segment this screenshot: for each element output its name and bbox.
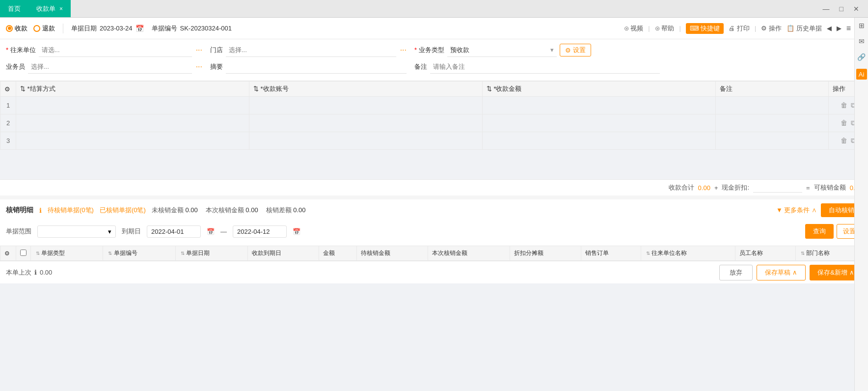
tab-receipt[interactable]: 收款单 × <box>28 0 71 17</box>
account-sort[interactable]: ⇅ <box>253 85 259 92</box>
verif-info-icon[interactable]: ℹ <box>39 207 42 214</box>
shop-input[interactable] <box>226 43 396 57</box>
row-1-amount[interactable] <box>482 97 715 114</box>
draft-button[interactable]: 保存草稿 ∧ <box>757 265 806 280</box>
row-3-settle[interactable] <box>16 132 249 150</box>
summary-field: 摘要 <box>210 60 407 74</box>
calendar-icon[interactable]: 📅 <box>136 25 144 32</box>
biz-type-field: * 业务类型 预收款 ▾ ⚙ 设置 <box>414 43 591 57</box>
row-3-delete-icon[interactable]: 🗑 <box>841 137 847 144</box>
row-3-amount[interactable] <box>482 132 715 150</box>
total-value: 0.00 <box>698 184 710 192</box>
operation-action[interactable]: ⚙ 操作 <box>761 24 782 33</box>
counterpart-sort-icon[interactable]: ⇅ <box>646 251 650 256</box>
counterpart-label: * 往来单位 <box>6 46 36 55</box>
list-view-icon[interactable]: ≡ <box>846 24 851 33</box>
tab-close-icon[interactable]: × <box>59 5 63 12</box>
table-row: 3 🗑 ⧉ <box>0 132 868 150</box>
remark-input[interactable] <box>430 60 660 74</box>
maximize-button[interactable]: □ <box>837 4 846 14</box>
help-action[interactable]: ⊙ 帮助 <box>655 24 675 33</box>
toolbar-divider-1 <box>63 24 63 33</box>
next-nav[interactable]: ▶ <box>837 25 841 32</box>
row-3-remark[interactable] <box>715 132 828 150</box>
form-section: * 往来单位 ··· 门店 ··· * 业务类型 <box>0 39 868 81</box>
date-to-input[interactable] <box>233 225 287 238</box>
row-2-delete-icon[interactable]: 🗑 <box>841 119 847 127</box>
date-label: 单据日期 <box>71 24 97 33</box>
more-conditions-btn[interactable]: ▼ 更多条件 ∧ <box>776 206 817 215</box>
col-account: ⇅ *收款账号 <box>249 82 482 97</box>
receipt-radio[interactable]: 收款 <box>6 24 27 33</box>
doc-num-sort-icon[interactable]: ⇅ <box>108 251 112 256</box>
verif-actions: ▼ 更多条件 ∧ 自动核销 <box>776 203 862 217</box>
query-button[interactable]: 查询 <box>805 224 834 239</box>
sidebar-link-icon[interactable]: 🔗 <box>857 53 866 61</box>
counterpart-more-btn[interactable]: ··· <box>196 46 202 55</box>
tab-bar: 首页 收款单 × — □ ✕ <box>0 0 868 18</box>
salesperson-label: 业务员 <box>6 62 25 71</box>
save-new-label: 保存&新增 <box>817 268 847 277</box>
summary-input[interactable] <box>226 60 407 74</box>
sidebar-email-icon[interactable]: ✉ <box>859 37 865 45</box>
salesperson-more-btn[interactable]: ··· <box>196 62 202 71</box>
refund-radio[interactable]: 退款 <box>33 24 55 33</box>
row-1-delete-icon[interactable]: 🗑 <box>841 101 847 109</box>
setting-button[interactable]: ⚙ 设置 <box>560 44 591 56</box>
row-1-remark[interactable] <box>715 97 828 114</box>
video-action[interactable]: ⊙ 视频 <box>624 24 644 33</box>
shortcut-action[interactable]: ⌨ 快捷键 <box>686 23 724 34</box>
close-button[interactable]: ✕ <box>850 4 862 14</box>
amount-sort[interactable]: ⇅ <box>487 85 492 92</box>
pending-tab[interactable]: 待核销单据(0笔) <box>48 206 94 215</box>
row-2-account[interactable] <box>249 114 482 132</box>
number-label: 单据编号 <box>152 24 177 33</box>
range-select[interactable]: ▾ <box>37 225 116 238</box>
main-inner: 收款 退款 单据日期 2023-03-24 📅 单据编号 SK-20230324… <box>0 18 868 391</box>
doc-type-sort-icon[interactable]: ⇅ <box>36 251 40 256</box>
bottom-table-section: ⚙ ⇅ 单据类型 ⇅ 单据编号 ⇅ 单据日期 收款到期日 金额 待核销金额 本次… <box>0 246 868 261</box>
date-value[interactable]: 2023-03-24 <box>100 25 133 32</box>
biz-type-select[interactable]: 预收款 ▾ <box>447 43 557 57</box>
salesperson-input[interactable] <box>28 60 192 74</box>
date-from-calendar-icon[interactable]: 📅 <box>207 228 215 235</box>
shop-more-btn[interactable]: ··· <box>400 46 407 55</box>
done-tab[interactable]: 已核销单据(0笔) <box>100 206 146 215</box>
bottom-table-header: ⚙ ⇅ 单据类型 ⇅ 单据编号 ⇅ 单据日期 收款到期日 金额 待核销金额 本次… <box>0 246 868 261</box>
history-action[interactable]: 📋 历史单据 <box>787 24 822 33</box>
date-from-input[interactable] <box>147 225 201 238</box>
date-dash: — <box>220 228 227 235</box>
settle-method-sort[interactable]: ⇅ <box>20 85 26 92</box>
row-3-account[interactable] <box>249 132 482 150</box>
select-all-checkbox[interactable] <box>20 250 27 256</box>
receipt-table: ⚙ ⇅ *结算方式 ⇅ *收款账号 ⇅ *收款金额 备注 操作 1 <box>0 81 868 150</box>
row-2-remark[interactable] <box>715 114 828 132</box>
verif-stats: 未核销金额 0.00 本次核销金额 0.00 核销差额 0.00 <box>152 206 306 215</box>
btcol-doc-num: ⇅ 单据编号 <box>103 246 175 261</box>
print-action[interactable]: 🖨 打印 <box>729 24 750 33</box>
receipt-radio-dot <box>6 25 13 32</box>
row-1-settle[interactable] <box>16 97 249 114</box>
sidebar-screen-icon[interactable]: Ai <box>856 69 867 80</box>
table-section: ⚙ ⇅ *结算方式 ⇅ *收款账号 ⇅ *收款金额 备注 操作 1 <box>0 81 868 179</box>
discard-button[interactable]: 放弃 <box>719 265 753 280</box>
sidebar-table-icon[interactable]: ⊞ <box>859 22 865 29</box>
tab-home[interactable]: 首页 <box>0 0 28 17</box>
minimize-button[interactable]: — <box>820 4 833 14</box>
date-to-calendar-icon[interactable]: 📅 <box>293 228 300 235</box>
row-2-amount[interactable] <box>482 114 715 132</box>
col-gear[interactable]: ⚙ <box>0 82 16 97</box>
biz-type-label: * 业务类型 <box>414 46 444 55</box>
prev-nav[interactable]: ◀ <box>827 25 832 32</box>
counterpart-input[interactable] <box>39 43 192 57</box>
setting-gear-icon: ⚙ <box>565 47 571 54</box>
row-2-settle[interactable] <box>16 114 249 132</box>
btcol-gear[interactable]: ⚙ <box>0 246 16 261</box>
row-1-account[interactable] <box>249 97 482 114</box>
doc-date-sort-icon[interactable]: ⇅ <box>181 251 185 256</box>
dept-sort-icon[interactable]: ⇅ <box>801 251 805 256</box>
discount-input[interactable] <box>753 183 802 193</box>
btcol-discount: 折扣分摊额 <box>510 246 581 261</box>
footer-info-icon[interactable]: ℹ <box>34 269 37 276</box>
btcol-collect-date: 收款到期日 <box>247 246 319 261</box>
